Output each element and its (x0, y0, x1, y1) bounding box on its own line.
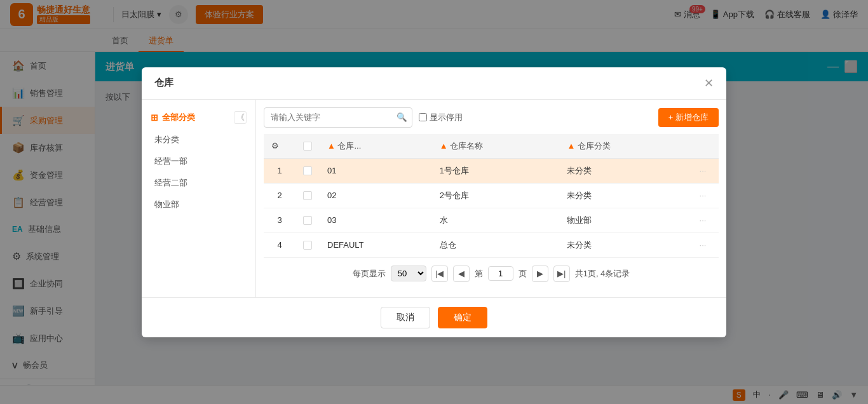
table-toolbar: 🔍 显示停用 + 新增仓库 (264, 107, 719, 128)
cancel-button[interactable]: 取消 (381, 307, 430, 328)
category-item-ops2[interactable]: 经营二部 (142, 172, 255, 194)
last-page-btn[interactable]: ▶| (553, 266, 570, 282)
row-num: 4 (264, 232, 295, 257)
row-actions[interactable]: ··· (687, 158, 719, 183)
add-warehouse-button[interactable]: + 新增仓库 (658, 108, 719, 127)
category-item-ops1[interactable]: 经营一部 (142, 151, 255, 172)
row-checkbox[interactable] (295, 208, 320, 232)
sort-icon: ▲ (327, 141, 336, 151)
modal-footer: 取消 确定 (142, 297, 726, 337)
row-name: 总仓 (432, 232, 560, 257)
row-num: 1 (264, 158, 295, 183)
col-name: ▲ 仓库名称 (432, 134, 560, 159)
sort-icon3: ▲ (567, 141, 575, 151)
page-number-input[interactable] (488, 266, 513, 281)
warehouse-modal: 仓库 ✕ ⊞ 全部分类 《 未分类 经营一部 经营二部 物业部 (142, 67, 726, 337)
modal-body: ⊞ 全部分类 《 未分类 经营一部 经营二部 物业部 🔍 (142, 100, 726, 297)
total-label: 共1页, 4条记录 (575, 268, 630, 279)
row-category: 物业部 (559, 208, 687, 232)
row-category: 未分类 (559, 158, 687, 183)
category-item-unclassified[interactable]: 未分类 (142, 129, 255, 151)
row-checkbox[interactable] (295, 183, 320, 208)
pagination: 每页显示 50 10 20 100 |◀ ◀ 第 页 ▶ ▶| 共1页, 4条记… (264, 258, 719, 290)
row-actions[interactable]: ··· (687, 208, 719, 232)
row-name: 1号仓库 (432, 158, 560, 183)
row-code: DEFAULT (320, 232, 432, 257)
table-row[interactable]: 1 01 1号仓库 未分类 ··· (264, 158, 719, 183)
col-actions (687, 134, 719, 159)
row-category: 未分类 (559, 232, 687, 257)
col-code: ▲ 仓库... (320, 134, 432, 159)
all-categories-label: 全部分类 (162, 112, 195, 123)
row-actions[interactable]: ··· (687, 232, 719, 257)
confirm-button[interactable]: 确定 (438, 307, 487, 328)
table-container: ⚙ ▲ 仓库... ▲ (264, 134, 719, 258)
search-input[interactable] (264, 112, 391, 122)
show-disabled-checkbox[interactable] (419, 113, 427, 121)
per-page-select[interactable]: 50 10 20 100 (391, 266, 426, 281)
modal-title: 仓库 (154, 77, 173, 89)
table-row[interactable]: 4 DEFAULT 总仓 未分类 ··· (264, 232, 719, 257)
next-page-btn[interactable]: ▶ (532, 266, 548, 282)
table-panel: 🔍 显示停用 + 新增仓库 ⚙ (256, 100, 726, 297)
row-name: 水 (432, 208, 560, 232)
row-code: 01 (320, 158, 432, 183)
per-page-label: 每页显示 (353, 268, 386, 279)
search-button[interactable]: 🔍 (391, 107, 412, 128)
row-code: 02 (320, 183, 432, 208)
modal-overlay: 仓库 ✕ ⊞ 全部分类 《 未分类 经营一部 经营二部 物业部 (0, 0, 868, 404)
warehouse-table: ⚙ ▲ 仓库... ▲ (264, 134, 719, 258)
modal-header: 仓库 ✕ (142, 67, 726, 100)
grid-icon: ⊞ (151, 112, 158, 123)
table-row[interactable]: 3 03 水 物业部 ··· (264, 208, 719, 232)
row-category: 未分类 (559, 183, 687, 208)
sort-icon2: ▲ (440, 141, 448, 151)
row-num: 3 (264, 208, 295, 232)
row-name: 2号仓库 (432, 183, 560, 208)
row-checkbox[interactable] (295, 158, 320, 183)
close-icon[interactable]: ✕ (704, 76, 714, 90)
all-categories-btn[interactable]: ⊞ 全部分类 (151, 112, 195, 123)
prev-page-btn[interactable]: ◀ (453, 266, 470, 282)
show-disabled-toggle[interactable]: 显示停用 (419, 112, 463, 123)
table-row[interactable]: 2 02 2号仓库 未分类 ··· (264, 183, 719, 208)
settings-icon[interactable]: ⚙ (271, 141, 279, 151)
search-box: 🔍 (264, 107, 412, 128)
col-num: ⚙ (264, 134, 295, 159)
row-actions[interactable]: ··· (687, 183, 719, 208)
show-disabled-label: 显示停用 (430, 112, 463, 123)
collapse-btn[interactable]: 《 (234, 111, 247, 124)
page-label: 页 (519, 268, 527, 279)
category-header: ⊞ 全部分类 《 (142, 106, 255, 129)
row-code: 03 (320, 208, 432, 232)
first-page-btn[interactable]: |◀ (431, 266, 448, 282)
row-num: 2 (264, 183, 295, 208)
col-check (295, 134, 320, 159)
select-all-checkbox[interactable] (303, 142, 312, 151)
category-item-property[interactable]: 物业部 (142, 194, 255, 215)
col-category: ▲ 仓库分类 (559, 134, 687, 159)
row-checkbox[interactable] (295, 232, 320, 257)
category-panel: ⊞ 全部分类 《 未分类 经营一部 经营二部 物业部 (142, 100, 256, 297)
page-section-label: 第 (475, 268, 483, 279)
